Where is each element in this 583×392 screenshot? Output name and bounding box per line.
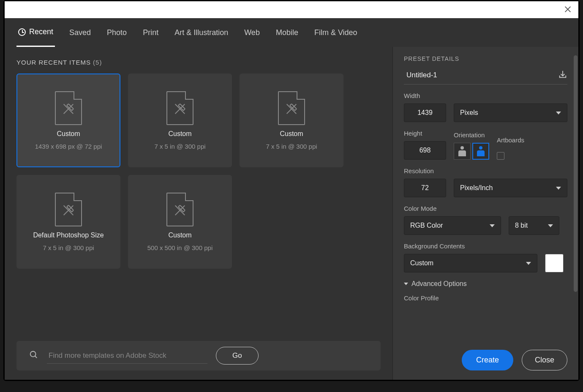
chevron-down-icon [526, 262, 531, 265]
document-name-input[interactable]: Untitled-1 [404, 71, 558, 79]
colormode-value: RGB Color [410, 222, 443, 229]
bgcontents-dropdown[interactable]: Custom [404, 254, 537, 272]
tab-recent[interactable]: Recent [16, 18, 55, 47]
go-button[interactable]: Go [216, 347, 259, 365]
preset-title: Custom [57, 130, 80, 138]
document-icon [55, 91, 82, 125]
width-input[interactable] [404, 103, 446, 122]
save-preset-icon[interactable] [558, 70, 567, 81]
recent-items-heading: YOUR RECENT ITEMS (5) [16, 59, 381, 66]
preset-subtitle: 500 x 500 in @ 300 ppi [147, 244, 213, 251]
preset-card[interactable]: Default Photoshop Size7 x 5 in @ 300 ppi [16, 175, 120, 269]
artboards-label: Artboards [497, 136, 524, 144]
preset-title: Custom [168, 231, 191, 239]
search-icon [29, 350, 38, 361]
width-unit-dropdown[interactable]: Pixels [454, 103, 567, 122]
tab-saved[interactable]: Saved [68, 19, 93, 46]
resolution-label: Resolution [404, 167, 567, 174]
bgcontents-label: Background Contents [404, 242, 567, 250]
orientation-label: Orientation [454, 131, 489, 139]
advanced-options-toggle[interactable]: Advanced Options [404, 280, 567, 288]
tabs-bar: RecentSavedPhotoPrintArt & IllustrationW… [5, 18, 578, 47]
preset-title: Custom [280, 130, 303, 138]
preset-subtitle: 7 x 5 in @ 300 ppi [266, 143, 317, 150]
preset-subtitle: 7 x 5 in @ 300 ppi [43, 244, 94, 251]
close-button[interactable]: Close [522, 350, 567, 370]
search-input[interactable] [47, 348, 207, 364]
bitdepth-value: 8 bit [515, 222, 528, 229]
chevron-down-icon [556, 112, 561, 114]
resolution-unit-dropdown[interactable]: Pixels/Inch [454, 179, 567, 197]
chevron-down-icon [548, 224, 553, 227]
preset-grid: Custom1439 x 698 px @ 72 ppiCustom7 x 5 … [16, 74, 381, 269]
tab-film-video[interactable]: Film & Video [313, 19, 359, 46]
tab-art-illustration[interactable]: Art & Illustration [173, 19, 230, 46]
orientation-landscape-button[interactable] [472, 143, 489, 160]
width-label: Width [404, 92, 567, 99]
document-icon [55, 193, 82, 226]
preset-subtitle: 7 x 5 in @ 300 ppi [154, 143, 205, 150]
recent-items-label: YOUR RECENT ITEMS [16, 59, 91, 66]
chevron-down-icon [404, 283, 408, 285]
height-label: Height [404, 130, 446, 137]
preset-card[interactable]: Custom500 x 500 in @ 300 ppi [128, 175, 232, 269]
chevron-down-icon [490, 224, 495, 227]
preset-title: Custom [168, 130, 191, 138]
document-icon [166, 91, 193, 125]
close-icon[interactable] [564, 5, 572, 13]
colormode-dropdown[interactable]: RGB Color [404, 216, 501, 235]
colormode-label: Color Mode [404, 205, 567, 212]
tab-print[interactable]: Print [141, 19, 160, 46]
artboards-checkbox[interactable] [497, 152, 504, 160]
document-icon [166, 193, 193, 226]
bitdepth-dropdown[interactable]: 8 bit [509, 216, 559, 235]
resolution-unit-value: Pixels/Inch [460, 184, 493, 192]
document-icon [278, 91, 305, 125]
tab-mobile[interactable]: Mobile [274, 19, 300, 46]
svg-point-5 [30, 351, 36, 357]
preset-subtitle: 1439 x 698 px @ 72 ppi [35, 143, 102, 150]
preset-details-heading: PRESET DETAILS [404, 55, 567, 62]
preset-card[interactable]: Custom7 x 5 in @ 300 ppi [240, 74, 343, 167]
colorprofile-label: Color Profile [404, 294, 567, 302]
height-input[interactable] [404, 141, 446, 160]
tab-web[interactable]: Web [242, 19, 262, 46]
preset-card[interactable]: Custom1439 x 698 px @ 72 ppi [16, 74, 120, 167]
chevron-down-icon [556, 187, 561, 190]
preset-card[interactable]: Custom7 x 5 in @ 300 ppi [128, 74, 232, 167]
resolution-input[interactable] [404, 179, 446, 197]
bgcolor-swatch[interactable] [545, 254, 564, 272]
orientation-portrait-button[interactable] [454, 143, 471, 160]
svg-line-6 [35, 356, 37, 358]
tab-photo[interactable]: Photo [105, 19, 128, 46]
recent-icon [18, 28, 26, 36]
recent-items-count: (5) [93, 59, 102, 66]
create-button[interactable]: Create [462, 350, 513, 370]
search-bar: Go [16, 341, 381, 370]
bgcontents-value: Custom [410, 259, 433, 267]
scrollbar-thumb[interactable] [574, 55, 578, 292]
advanced-label: Advanced Options [411, 280, 467, 288]
width-unit-value: Pixels [460, 109, 478, 117]
preset-title: Default Photoshop Size [33, 231, 104, 239]
